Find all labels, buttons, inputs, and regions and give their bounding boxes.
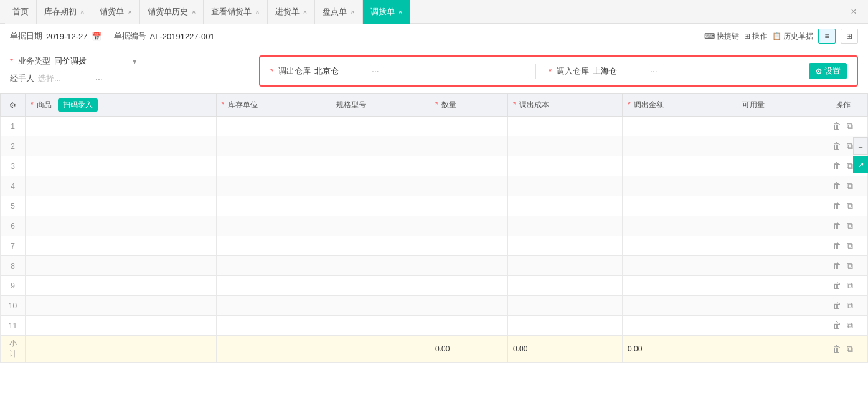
operation-btn[interactable]: ⊞ 操作 bbox=[744, 31, 767, 42]
copy-icon-6[interactable]: ⧉ bbox=[847, 221, 853, 231]
tab-transfer[interactable]: 调拨单 × bbox=[363, 0, 410, 24]
settings-button[interactable]: ⚙ 设置 bbox=[809, 63, 847, 79]
row-unit-7[interactable] bbox=[216, 236, 331, 256]
copy-icon-7[interactable]: ⧉ bbox=[847, 240, 853, 250]
copy-icon-2[interactable]: ⧉ bbox=[847, 141, 853, 151]
transfer-in-more-icon[interactable]: ··· bbox=[650, 66, 658, 76]
transfer-in-value[interactable]: 上海仓 bbox=[593, 65, 643, 77]
business-type-value[interactable]: 同价调拨 bbox=[54, 55, 129, 67]
row-goods-11[interactable] bbox=[26, 316, 217, 336]
tab-sales-order-close[interactable]: × bbox=[128, 8, 131, 16]
row-quantity-10[interactable] bbox=[430, 296, 507, 316]
row-quantity-9[interactable] bbox=[430, 276, 507, 296]
row-amount-3[interactable] bbox=[623, 156, 737, 176]
row-quantity-3[interactable] bbox=[430, 156, 507, 176]
row-spec-11[interactable] bbox=[331, 316, 430, 336]
row-goods-3[interactable] bbox=[26, 156, 217, 176]
row-goods-8[interactable] bbox=[26, 256, 217, 276]
row-goods-2[interactable] bbox=[26, 136, 217, 156]
row-spec-3[interactable] bbox=[331, 156, 430, 176]
tab-purchase-close[interactable]: × bbox=[303, 8, 307, 16]
row-cost-6[interactable] bbox=[508, 216, 623, 236]
row-amount-9[interactable] bbox=[623, 276, 737, 296]
row-unit-8[interactable] bbox=[216, 256, 331, 276]
th-settings[interactable]: ⚙ bbox=[1, 94, 26, 117]
row-goods-10[interactable] bbox=[26, 296, 217, 316]
tab-sales-history-close[interactable]: × bbox=[192, 8, 196, 16]
tab-purchase[interactable]: 进货单 × bbox=[268, 0, 315, 24]
delete-icon-10[interactable]: 🗑 bbox=[833, 300, 841, 310]
row-spec-5[interactable] bbox=[331, 196, 430, 216]
row-amount-11[interactable] bbox=[623, 316, 737, 336]
row-spec-2[interactable] bbox=[331, 136, 430, 156]
delete-icon-6[interactable]: 🗑 bbox=[833, 221, 841, 231]
row-quantity-5[interactable] bbox=[430, 196, 507, 216]
row-available-9[interactable] bbox=[737, 276, 818, 296]
copy-icon-1[interactable]: ⧉ bbox=[847, 121, 853, 131]
row-goods-4[interactable] bbox=[26, 176, 217, 196]
row-unit-11[interactable] bbox=[216, 316, 331, 336]
row-unit-9[interactable] bbox=[216, 276, 331, 296]
delete-icon-9[interactable]: 🗑 bbox=[833, 280, 841, 290]
row-amount-1[interactable] bbox=[623, 117, 737, 136]
tab-bar-close-btn[interactable]: × bbox=[844, 2, 863, 21]
row-spec-6[interactable] bbox=[331, 216, 430, 236]
row-amount-6[interactable] bbox=[623, 216, 737, 236]
row-available-6[interactable] bbox=[737, 216, 818, 236]
row-quantity-1[interactable] bbox=[430, 117, 507, 136]
history-btn[interactable]: 📋 历史单据 bbox=[772, 31, 813, 42]
shortcut-btn[interactable]: ⌨ 快捷键 bbox=[704, 31, 739, 42]
row-goods-5[interactable] bbox=[26, 196, 217, 216]
row-amount-5[interactable] bbox=[623, 196, 737, 216]
transfer-out-value[interactable]: 北京仓 bbox=[314, 65, 364, 77]
row-unit-4[interactable] bbox=[216, 176, 331, 196]
right-panel-list-btn[interactable]: ≡ bbox=[853, 137, 868, 155]
row-cost-2[interactable] bbox=[508, 136, 623, 156]
tab-check-sales[interactable]: 查看销货单 × bbox=[204, 0, 267, 24]
copy-icon-3[interactable]: ⧉ bbox=[847, 161, 853, 171]
row-amount-4[interactable] bbox=[623, 176, 737, 196]
row-unit-2[interactable] bbox=[216, 136, 331, 156]
delete-icon-5[interactable]: 🗑 bbox=[833, 201, 841, 211]
delete-icon-11[interactable]: 🗑 bbox=[833, 320, 841, 330]
delete-icon-8[interactable]: 🗑 bbox=[833, 260, 841, 270]
row-cost-11[interactable] bbox=[508, 316, 623, 336]
row-available-7[interactable] bbox=[737, 236, 818, 256]
row-amount-10[interactable] bbox=[623, 296, 737, 316]
tab-sales-order[interactable]: 销货单 × bbox=[92, 0, 139, 24]
row-goods-6[interactable] bbox=[26, 216, 217, 236]
handler-placeholder[interactable]: 选择... bbox=[38, 73, 88, 84]
row-quantity-7[interactable] bbox=[430, 236, 507, 256]
layout-btn-list[interactable]: ≡ bbox=[818, 29, 836, 44]
row-unit-10[interactable] bbox=[216, 296, 331, 316]
row-cost-3[interactable] bbox=[508, 156, 623, 176]
row-amount-8[interactable] bbox=[623, 256, 737, 276]
row-unit-3[interactable] bbox=[216, 156, 331, 176]
row-available-10[interactable] bbox=[737, 296, 818, 316]
row-available-3[interactable] bbox=[737, 156, 818, 176]
tab-home[interactable]: 首页 bbox=[5, 0, 37, 24]
row-quantity-8[interactable] bbox=[430, 256, 507, 276]
row-available-2[interactable] bbox=[737, 136, 818, 156]
row-quantity-2[interactable] bbox=[430, 136, 507, 156]
subtotal-copy-icon[interactable]: ⧉ bbox=[847, 344, 853, 354]
row-cost-5[interactable] bbox=[508, 196, 623, 216]
table-scroll-area[interactable]: ⚙ * 商品 扫码录入 * 库存单位 规格型号 * 数量 bbox=[0, 93, 868, 376]
row-spec-9[interactable] bbox=[331, 276, 430, 296]
copy-icon-10[interactable]: ⧉ bbox=[847, 300, 853, 310]
copy-icon-5[interactable]: ⧉ bbox=[847, 201, 853, 211]
right-panel-expand-btn[interactable]: ↗ bbox=[853, 156, 868, 173]
tab-inventory-init[interactable]: 库存期初 × bbox=[37, 0, 92, 24]
row-amount-7[interactable] bbox=[623, 236, 737, 256]
tab-stocktake[interactable]: 盘点单 × bbox=[315, 0, 362, 24]
row-spec-1[interactable] bbox=[331, 117, 430, 136]
row-goods-7[interactable] bbox=[26, 236, 217, 256]
subtotal-delete-icon[interactable]: 🗑 bbox=[833, 344, 841, 354]
transfer-out-more-icon[interactable]: ··· bbox=[372, 66, 379, 76]
row-quantity-11[interactable] bbox=[430, 316, 507, 336]
row-available-1[interactable] bbox=[737, 117, 818, 136]
row-cost-1[interactable] bbox=[508, 117, 623, 136]
row-cost-9[interactable] bbox=[508, 276, 623, 296]
scan-barcode-button[interactable]: 扫码录入 bbox=[58, 98, 98, 112]
delete-icon-1[interactable]: 🗑 bbox=[833, 121, 841, 131]
